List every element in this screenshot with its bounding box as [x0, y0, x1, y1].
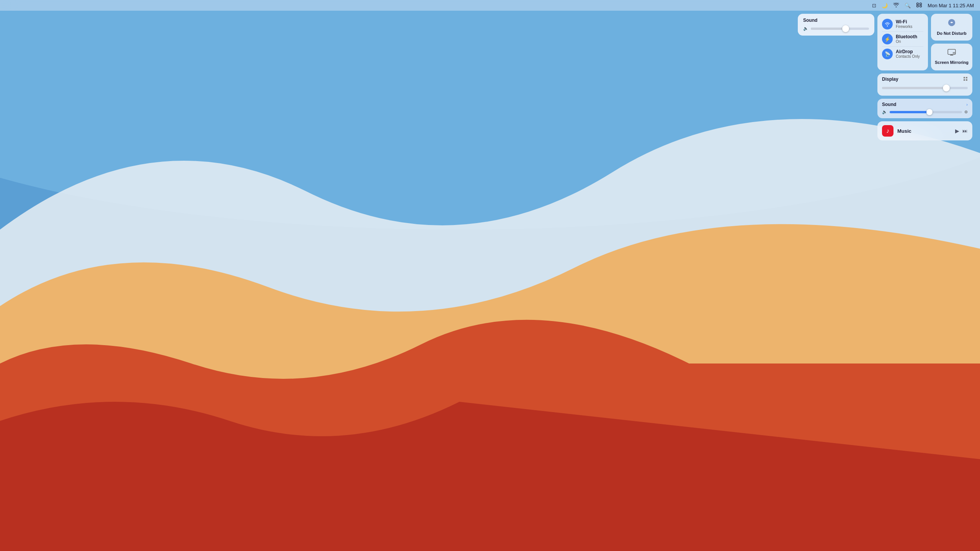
- display-slider-fill: [882, 87, 946, 89]
- sound-expanded-label: Sound: [803, 18, 869, 23]
- svg-rect-10: [966, 77, 967, 78]
- menubar-time: Mon Mar 1 11:25 AM: [928, 3, 974, 8]
- sound-low-icon: 🔈: [882, 109, 887, 114]
- cc-action-column: Do Not Disturb Screen Mirroring: [931, 14, 972, 70]
- sound-expanded-slider-row: 🔈: [803, 26, 869, 31]
- airdrop-sublabel: Contacts Only: [896, 54, 920, 59]
- bluetooth-label: Bluetooth: [896, 34, 917, 39]
- sound-slider-fill: [890, 111, 929, 113]
- airdrop-icon-circle: 📡: [882, 49, 893, 59]
- svg-rect-12: [966, 79, 967, 81]
- sound-label: Sound: [882, 102, 896, 107]
- svg-rect-11: [964, 79, 965, 81]
- display-label: Display: [882, 77, 898, 82]
- cc-top-row: Wi-Fi Fireworks ⚡ Bluetooth On 📡: [877, 14, 972, 70]
- menubar: ⊡ 🌙 🔍 Mon Mar 1 11:25 AM: [0, 0, 980, 11]
- controlcenter-menu-icon[interactable]: [916, 2, 922, 9]
- dnd-icon: [947, 18, 956, 29]
- wifi-label: Wi-Fi: [896, 19, 912, 24]
- sound-section: Sound › 🔈 ⊚: [877, 99, 972, 118]
- airdrop-text: AirDrop Contacts Only: [896, 49, 920, 59]
- bluetooth-text: Bluetooth On: [896, 34, 917, 44]
- svg-point-4: [917, 5, 919, 7]
- svg-point-5: [920, 5, 922, 7]
- sound-slider[interactable]: [890, 111, 962, 113]
- sound-slider-row: 🔈 ⊚: [882, 109, 968, 114]
- svg-rect-8: [953, 52, 955, 54]
- sound-header: Sound ›: [882, 102, 968, 107]
- nightshift-icon[interactable]: 🌙: [882, 3, 888, 8]
- sound-options-icon[interactable]: ⊚: [964, 109, 968, 114]
- bluetooth-sublabel: On: [896, 39, 917, 44]
- svg-point-2: [917, 3, 919, 5]
- control-center: Wi-Fi Fireworks ⚡ Bluetooth On 📡: [877, 14, 972, 140]
- menubar-right: ⊡ 🌙 🔍 Mon Mar 1 11:25 AM: [872, 2, 974, 9]
- search-menu-icon[interactable]: 🔍: [905, 3, 911, 8]
- sound-expanded-fill: [811, 28, 846, 30]
- desktop-wallpaper: [0, 0, 980, 551]
- wifi-icon-circle: [882, 19, 893, 29]
- sound-expand-icon[interactable]: ›: [966, 102, 968, 107]
- display-slider-bg: [882, 87, 968, 89]
- music-note-icon: ♪: [886, 127, 889, 134]
- screen-mirroring-label: Screen Mirroring: [935, 60, 969, 65]
- wifi-sublabel: Fireworks: [896, 24, 912, 29]
- sound-slider-thumb[interactable]: [926, 109, 933, 115]
- music-play-icon[interactable]: ▶: [955, 128, 959, 134]
- dnd-tile[interactable]: Do Not Disturb: [931, 14, 972, 41]
- screen-mirroring-icon: [947, 49, 956, 58]
- svg-point-3: [920, 3, 922, 5]
- display-expand-icon[interactable]: [963, 77, 968, 82]
- display-slider-thumb[interactable]: [943, 85, 950, 91]
- sound-expanded-thumb[interactable]: [842, 25, 849, 32]
- music-section: ♪ Music ▶ ⏭: [877, 121, 972, 140]
- svg-rect-9: [964, 77, 965, 78]
- airdrop-label: AirDrop: [896, 49, 920, 54]
- music-label: Music: [897, 128, 911, 134]
- sound-expanded-slider[interactable]: [811, 28, 869, 30]
- display-header: Display: [882, 77, 968, 82]
- display-slider-track: [882, 84, 968, 92]
- music-controls: ▶ ⏭: [955, 128, 968, 134]
- music-skip-icon[interactable]: ⏭: [962, 128, 968, 134]
- music-left: ♪ Music: [882, 125, 911, 137]
- cc-network-tile: Wi-Fi Fireworks ⚡ Bluetooth On 📡: [877, 14, 928, 70]
- wifi-text: Wi-Fi Fireworks: [896, 19, 912, 29]
- airdrop-item[interactable]: 📡 AirDrop Contacts Only: [882, 46, 923, 61]
- bluetooth-item[interactable]: ⚡ Bluetooth On: [882, 31, 923, 46]
- sound-expanded-low-icon: 🔈: [803, 26, 808, 31]
- display-section: Display: [877, 73, 972, 96]
- wifi-item[interactable]: Wi-Fi Fireworks: [882, 17, 923, 31]
- bluetooth-icon-circle: ⚡: [882, 34, 893, 44]
- sound-expanded-panel: Sound 🔈: [798, 14, 874, 36]
- screenshot-icon[interactable]: ⊡: [872, 3, 876, 8]
- screen-mirroring-tile[interactable]: Screen Mirroring: [931, 44, 972, 70]
- wifi-menu-icon[interactable]: [893, 3, 899, 8]
- music-icon: ♪: [882, 125, 893, 137]
- dnd-label: Do Not Disturb: [937, 31, 967, 36]
